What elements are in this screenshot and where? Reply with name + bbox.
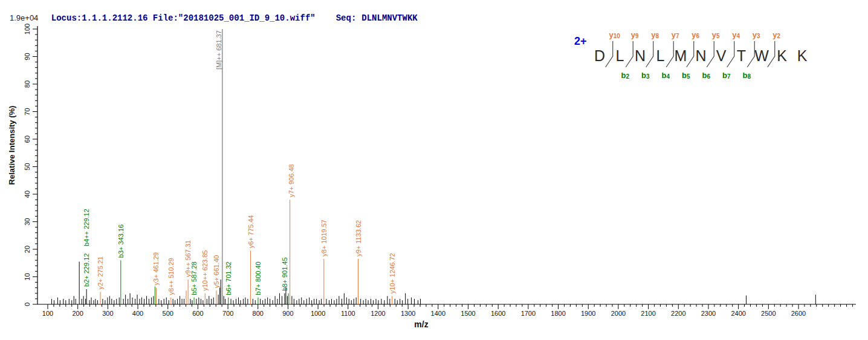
peak-label: y2+ 275.21 — [97, 257, 104, 290]
b-ion-diagram-label: b6 — [702, 71, 710, 80]
x-tick-label: 1200 — [371, 310, 385, 317]
residue-letter: D — [594, 47, 605, 64]
peak-label: y6+ 775.44 — [247, 215, 254, 249]
y-tick-label: 20 — [24, 246, 31, 253]
peak-label: [M]++ 681.37 — [215, 30, 222, 70]
x-tick-label: 1100 — [341, 310, 355, 317]
b-ion-diagram-label: b3 — [641, 71, 650, 80]
y-tick-label: 70 — [24, 108, 31, 115]
y-tick-label: 50 — [24, 163, 31, 170]
y-ion-diagram-label: y4 — [732, 30, 740, 39]
charge-state-label: 2+ — [574, 35, 587, 47]
x-tick-label: 1300 — [401, 310, 415, 317]
x-tick-label: 2400 — [731, 310, 745, 317]
x-tick-label: 2000 — [611, 310, 626, 317]
intensity-scale-label: 1.9e+04 — [10, 13, 38, 22]
peak-label: y5+ 661.40 — [213, 255, 220, 289]
peak-label: y9+ 1133.62 — [355, 220, 362, 257]
x-tick-label: 2200 — [671, 310, 685, 317]
peak-label: y7+ 906.48 — [288, 164, 295, 197]
x-tick-label: 300 — [102, 310, 113, 317]
y-ion-diagram-label: y9 — [631, 30, 639, 39]
cleavage-mark — [626, 41, 633, 67]
y-axis-title: Relative Intensity (%) — [7, 106, 16, 185]
x-tick-label: 400 — [132, 310, 143, 317]
x-tick-label: 1600 — [491, 310, 505, 317]
x-tick-label: 700 — [222, 310, 233, 317]
x-tick-label: 600 — [192, 310, 203, 317]
cleavage-mark — [687, 41, 694, 67]
peak-label: y3+ 461.29 — [152, 252, 160, 286]
x-tick-label: 1700 — [521, 310, 536, 317]
y-ion-diagram-label: y3 — [753, 30, 760, 39]
b-ion-diagram-label: b4 — [661, 71, 670, 80]
cleavage-mark — [606, 41, 613, 67]
y-tick-label: 60 — [24, 136, 31, 143]
peak-label: y8++ 510.29 — [167, 258, 175, 295]
cleavage-mark — [666, 41, 673, 67]
x-tick-label: 900 — [282, 310, 293, 317]
peak-label: b4++ 229.12 — [83, 209, 90, 246]
peak-label: b8+ 901.45 — [281, 257, 288, 290]
y-ion-diagram-label: y6 — [691, 30, 699, 39]
peak-label: b6+ 701.32 — [225, 261, 232, 295]
cleavage-mark — [646, 41, 653, 67]
y-tick-label: 10 — [24, 273, 31, 280]
cleavage-mark — [707, 41, 714, 67]
y-ion-diagram-label: y8 — [651, 30, 659, 39]
residue-letter: N — [635, 47, 646, 64]
residue-letter: L — [656, 47, 665, 64]
cleavage-mark — [747, 41, 754, 67]
b-ion-diagram-label: b8 — [742, 71, 751, 80]
b-ion-diagram-label: b5 — [682, 71, 690, 80]
residue-letter: T — [737, 47, 746, 64]
x-tick-label: 1900 — [581, 310, 595, 317]
peak-label: b7+ 800.40 — [254, 261, 262, 295]
residue-letter: K — [797, 47, 808, 64]
x-tick-label: 1800 — [551, 310, 565, 317]
x-tick-label: 100 — [42, 310, 53, 317]
peak-label: y10++ 623.85 — [201, 250, 209, 291]
b-ion-diagram-label: b2 — [621, 71, 629, 80]
x-tick-label: 500 — [163, 310, 173, 317]
b-ion-diagram-label: b7 — [722, 71, 731, 80]
peak-label: b5+ 587.28 — [190, 261, 198, 295]
x-tick-label: 1000 — [311, 310, 325, 317]
residue-letter: K — [777, 47, 787, 64]
x-tick-label: 800 — [253, 310, 264, 317]
cleavage-mark — [727, 41, 734, 67]
x-tick-label: 2100 — [641, 310, 655, 317]
x-tick-label: 2300 — [701, 310, 716, 317]
x-tick-label: 2500 — [761, 310, 776, 317]
x-tick-label: 2600 — [791, 310, 806, 317]
peak-label: b2+ 229.12 — [83, 253, 90, 287]
y-ion-diagram-label: y10 — [609, 30, 621, 39]
x-axis-title: m/z — [414, 319, 428, 329]
y-tick-label: 100 — [24, 24, 31, 34]
residue-letter: V — [716, 47, 727, 64]
y-tick-label: 40 — [24, 191, 31, 198]
residue-letter: N — [695, 47, 706, 64]
ms2-spectrum-chart: 1002003004005006007008009001000110012001… — [0, 0, 868, 340]
y-ion-diagram-label: y5 — [712, 30, 720, 39]
y-tick-label: 0 — [24, 302, 31, 306]
y-tick-label: 80 — [24, 80, 31, 88]
peak-label: y10+ 1246.72 — [389, 253, 396, 293]
residue-letter: W — [754, 47, 769, 64]
y-tick-label: 30 — [24, 218, 31, 225]
x-tick-label: 1500 — [461, 310, 475, 317]
y-ion-diagram-label: y2 — [772, 30, 780, 39]
y-ion-diagram-label: y7 — [672, 30, 679, 39]
residue-letter: M — [675, 47, 687, 64]
peak-label: y8+ 1019.57 — [320, 220, 328, 257]
residue-letter: L — [616, 47, 624, 64]
x-tick-label: 200 — [73, 310, 83, 317]
x-tick-label: 1400 — [431, 310, 445, 317]
y-tick-label: 90 — [24, 53, 31, 60]
peak-label: b3+ 343.16 — [117, 224, 125, 258]
